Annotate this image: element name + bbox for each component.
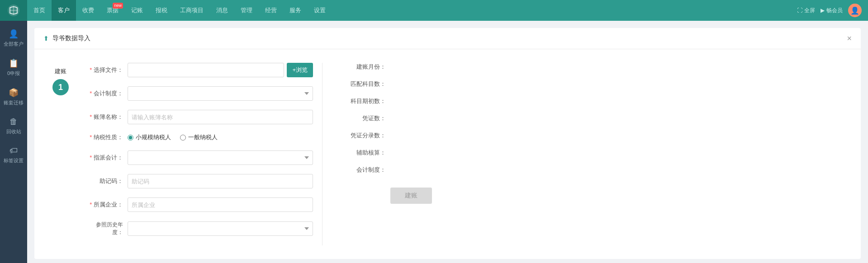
trash-icon: 🗑 — [9, 117, 18, 127]
content-area: ⬆ 导爷数据导入 × 建账 1 * 选择文件： — [27, 21, 868, 263]
voucher-entries-row: 凭证分录数： — [350, 132, 467, 140]
nav-services[interactable]: 服务 — [283, 0, 308, 21]
voucher-count-label: 凭证数： — [350, 114, 390, 122]
logo — [0, 0, 27, 21]
nav-business-projects[interactable]: 工商项目 — [174, 0, 210, 21]
build-month-label: 建账月份： — [350, 63, 390, 71]
file-input[interactable] — [128, 63, 284, 77]
browse-button[interactable]: +浏览 — [287, 63, 313, 77]
nav-tax[interactable]: 报税 — [149, 0, 174, 21]
tax-type-label: * 纳税性质： — [87, 133, 128, 141]
build-month-row: 建账月份： — [350, 63, 467, 71]
memo-code-row: 助记码： — [87, 174, 313, 188]
belong-enterprise-row: * 所属企业： — [87, 197, 313, 212]
panel-title: 导爷数据导入 — [52, 34, 90, 42]
match-subjects-row: 匹配科目数： — [350, 80, 467, 88]
sidebar-item-all-clients[interactable]: 👤 全部客户 — [0, 24, 27, 52]
file-label: * 选择文件： — [87, 66, 128, 74]
tax-type-row: * 纳税性质： 小规模纳税人 一般纳税人 — [87, 133, 313, 141]
belong-enterprise-input[interactable] — [128, 197, 313, 212]
panel-body: 建账 1 * 选择文件： +浏览 — [34, 49, 861, 259]
sidebar: 👤 全部客户 📋 0申报 📦 账套迁移 🗑 回收站 🏷 标签设置 — [0, 21, 27, 263]
nav-operations[interactable]: 经营 — [259, 0, 283, 21]
import-icon: ⬆ — [43, 35, 49, 42]
voucher-count-row: 凭证数： — [350, 114, 467, 122]
accounting-system-label: * 会计制度： — [87, 89, 128, 98]
nav-clients[interactable]: 客户 — [52, 0, 76, 21]
sidebar-item-recycle[interactable]: 🗑 回收站 — [0, 113, 27, 140]
ledger-name-row: * 账簿名称： — [87, 110, 313, 124]
nav-settings[interactable]: 设置 — [308, 0, 332, 21]
nav-bookkeeping[interactable]: 记账 — [125, 0, 149, 21]
import-panel: ⬆ 导爷数据导入 × 建账 1 * 选择文件： — [34, 28, 861, 259]
ledger-name-input[interactable] — [128, 110, 313, 124]
assign-accountant-row: * 指派会计： — [87, 150, 313, 165]
belong-enterprise-label: * 所属企业： — [87, 201, 128, 209]
sidebar-item-tag-settings[interactable]: 🏷 标签设置 — [0, 141, 27, 169]
fullscreen-icon: ⛶ — [797, 7, 802, 14]
info-accounting-system-row: 会计制度： — [350, 166, 467, 174]
nav-billing[interactable]: 收费 — [76, 0, 100, 21]
step-label: 建账 — [55, 67, 66, 75]
clipboard-icon: 📋 — [9, 58, 19, 68]
section-divider — [322, 63, 323, 245]
subject-initial-row: 科目期初数： — [350, 97, 467, 105]
nav-home[interactable]: 首页 — [27, 0, 52, 21]
assign-accountant-label: * 指派会计： — [87, 154, 128, 162]
sidebar-item-account-migration[interactable]: 📦 账套迁移 — [0, 83, 27, 111]
avatar[interactable]: 👤 — [848, 4, 862, 17]
subject-initial-label: 科目期初数： — [350, 97, 390, 105]
box-icon: 📦 — [9, 88, 19, 98]
info-section: 建账月份： 匹配科目数： 科目期初数： 凭证数： — [350, 63, 467, 245]
form-section: * 选择文件： +浏览 * 会计制度： — [87, 63, 313, 245]
ledger-name-label: * 账簿名称： — [87, 113, 128, 121]
assign-accountant-select[interactable] — [128, 150, 313, 165]
accounting-system-select[interactable] — [128, 86, 313, 101]
top-navigation: 首页 客户 收费 票据 new 记账 报税 工商项目 消息 管理 经营 服务 设… — [0, 0, 868, 21]
nav-items: 首页 客户 收费 票据 new 记账 报税 工商项目 消息 管理 经营 服务 设… — [27, 0, 797, 21]
reference-year-row: 参照历史年度： — [87, 221, 313, 236]
main-layout: 👤 全部客户 📋 0申报 📦 账套迁移 🗑 回收站 🏷 标签设置 ⬆ 导爷数据导… — [0, 21, 868, 263]
step-circle: 1 — [52, 79, 69, 95]
file-row: +浏览 — [128, 63, 313, 77]
member-button[interactable]: ▶ 畅会员 — [821, 7, 843, 14]
memo-code-input[interactable] — [128, 174, 313, 188]
sidebar-item-zero-filing[interactable]: 📋 0申报 — [0, 54, 27, 81]
panel-header: ⬆ 导爷数据导入 × — [34, 28, 861, 49]
step-section: 建账 1 — [52, 63, 69, 245]
small-taxpayer-radio[interactable]: 小规模纳税人 — [128, 133, 171, 141]
auxiliary-label: 辅助核算： — [350, 149, 390, 157]
build-account-button[interactable]: 建账 — [390, 188, 432, 204]
tag-icon: 🏷 — [9, 146, 18, 155]
auxiliary-row: 辅助核算： — [350, 149, 467, 157]
match-subjects-label: 匹配科目数： — [350, 80, 390, 88]
memo-code-label: 助记码： — [87, 177, 128, 185]
general-taxpayer-radio[interactable]: 一般纳税人 — [180, 133, 218, 141]
nav-messages[interactable]: 消息 — [210, 0, 234, 21]
play-icon: ▶ — [821, 7, 825, 14]
close-button[interactable]: × — [847, 34, 852, 42]
accounting-system-row: * 会计制度： — [87, 86, 313, 101]
voucher-entries-label: 凭证分录数： — [350, 132, 390, 140]
new-badge: new — [113, 3, 123, 9]
tax-type-radio-group: 小规模纳税人 一般纳税人 — [128, 133, 313, 141]
reference-year-select[interactable] — [128, 221, 313, 236]
nav-right: ⛶ 全屏 ▶ 畅会员 👤 — [797, 4, 868, 17]
avatar-icon: 👤 — [850, 6, 859, 15]
info-accounting-system-label: 会计制度： — [350, 166, 390, 174]
file-select-row: * 选择文件： +浏览 — [87, 63, 313, 77]
fullscreen-button[interactable]: ⛶ 全屏 — [797, 7, 815, 14]
nav-management[interactable]: 管理 — [234, 0, 259, 21]
person-icon: 👤 — [9, 29, 19, 39]
nav-invoice[interactable]: 票据 new — [100, 0, 125, 21]
reference-year-label: 参照历史年度： — [87, 221, 128, 236]
